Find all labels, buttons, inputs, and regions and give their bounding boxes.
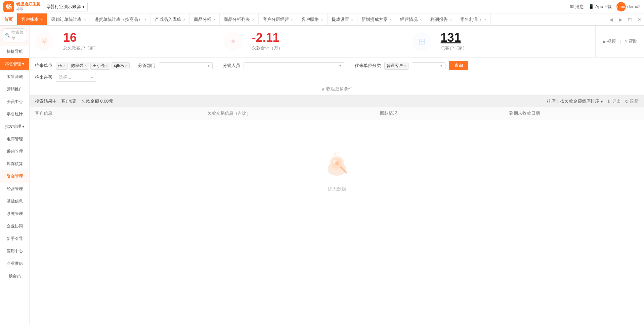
tab-operations[interactable]: 经营情况 ×: [396, 13, 426, 25]
empty-text: 暂无数据: [328, 186, 346, 192]
tab-purchase-order-stats-close[interactable]: ×: [84, 17, 86, 22]
tab-new-improve-plan-close[interactable]: ×: [390, 17, 392, 22]
message-btn[interactable]: ✉ 消息: [570, 4, 584, 10]
tab-profit-report-close[interactable]: ×: [450, 17, 452, 22]
nav-close-btn[interactable]: ✕: [635, 13, 644, 26]
tab-purchase-stats-by-product-close[interactable]: ×: [144, 17, 146, 22]
sidebar-item-member[interactable]: 会员中心: [0, 96, 29, 108]
tab-retail-profit-label: 零售利润（: [460, 16, 482, 23]
tab-accounts[interactable]: 客户账本 ×: [17, 13, 47, 25]
dept-more[interactable]: ...: [216, 63, 220, 68]
tab-accounts-close[interactable]: ×: [41, 17, 43, 22]
tab-profit-report[interactable]: 利润报告 ×: [426, 13, 456, 25]
unit-tag-cjttcw-close[interactable]: ×: [125, 64, 127, 68]
tab-product-inbound[interactable]: 产成品入库单 ×: [151, 13, 189, 25]
sidebar-item-ecommerce[interactable]: 电商管理: [0, 133, 29, 145]
refresh-button[interactable]: ↻ 刷新: [625, 98, 639, 104]
tab-improve-settings-close[interactable]: ×: [351, 17, 353, 22]
org-selector[interactable]: 母婴行业演示账套 ▾: [43, 2, 88, 11]
stat-debt-amount-number: -2.11: [252, 32, 397, 44]
tab-customer-tier-close[interactable]: ×: [291, 17, 293, 22]
sidebar-item-retail-mall[interactable]: 零售商城: [0, 71, 29, 83]
sidebar-item-enterprise-wechat[interactable]: 企业微信: [0, 257, 29, 270]
unit-tag-cjttcw-label: cjttcw: [114, 63, 124, 68]
unit-tag-wu-close[interactable]: ×: [63, 64, 65, 68]
unit-tag-wang-close[interactable]: ×: [106, 64, 108, 68]
unit-type-tag-normal[interactable]: 普通客户 ×: [384, 62, 408, 70]
tab-purchase-order-stats[interactable]: 采购订单统计表 ×: [47, 13, 90, 25]
sidebar-item-basic-info[interactable]: 基础信息: [0, 195, 29, 208]
help-icon: ?: [625, 39, 628, 44]
tab-operations-close[interactable]: ×: [420, 17, 422, 22]
tab-product-analysis-list-close[interactable]: ×: [252, 17, 254, 22]
sidebar-item-new-guide[interactable]: 新手引导: [0, 232, 29, 245]
tab-improve-settings[interactable]: 提成设置 ×: [328, 13, 357, 25]
sort-label: 排序：按欠款金额倒序排序: [547, 98, 599, 104]
tab-purchase-stats-by-product[interactable]: 进货单统计表（按商品） ×: [90, 13, 151, 25]
sidebar-search-input[interactable]: 🔍 搜索菜单: [2, 28, 27, 42]
video-label: 视频: [607, 38, 616, 44]
unit-tag-cjttcw[interactable]: cjttcw ×: [112, 62, 129, 69]
nav-prev-btn[interactable]: ◀: [606, 13, 616, 26]
balance-select[interactable]: 选择... ▾: [56, 73, 96, 82]
sidebar-item-system[interactable]: 系统管理: [0, 208, 29, 220]
stat-total-customers: ⊞ 131 总客户（家）: [407, 26, 596, 57]
main-layout: 🔍 搜索菜单 快捷导航 零售管理 ▾ 零售商城 营销推广 会员中心 零售统计 批…: [0, 26, 644, 325]
collapse-row: ∧ 收起更多条件: [35, 84, 639, 92]
sidebar-item-member-label: 会员中心: [7, 99, 23, 104]
unit-tag-wu[interactable]: 伍 ×: [56, 62, 68, 70]
unit-tag-wang[interactable]: 王小亮 ×: [90, 62, 110, 70]
query-button[interactable]: 查询: [449, 61, 468, 70]
unit-filter-label: 往来单位: [35, 63, 52, 69]
user-area[interactable]: demo2 demo2: [616, 2, 641, 11]
tab-customer-tier[interactable]: 客户分层经营 ×: [259, 13, 297, 25]
tab-product-analysis[interactable]: 商品分析 ×: [190, 13, 220, 25]
unit-more-tag[interactable]: ...: [131, 63, 135, 68]
sidebar-item-quick-nav[interactable]: 快捷导航: [0, 45, 29, 58]
collapse-icon: ∧: [321, 86, 325, 92]
tab-retail-profit-close[interactable]: ×: [484, 17, 486, 22]
person-select[interactable]: ▾: [244, 62, 344, 69]
sidebar-item-retail-stats[interactable]: 零售统计: [0, 108, 29, 120]
sidebar-item-membership[interactable]: 畅会员: [0, 270, 29, 282]
sidebar-item-wholesale[interactable]: 批发管理 ▾: [0, 120, 29, 133]
doc-help-btn[interactable]: ? 帮助: [625, 38, 637, 44]
tab-product-analysis-close[interactable]: ×: [213, 17, 215, 22]
sidebar-item-operations-mgmt[interactable]: 经营管理: [0, 183, 29, 195]
tab-improve-settings-label: 提成设置: [332, 16, 349, 23]
sidebar-item-finance[interactable]: 资金管理: [0, 170, 29, 183]
unit-tag-chen[interactable]: 陈民强 ×: [69, 62, 89, 70]
sidebar-item-marketing-label: 营销推广: [7, 87, 23, 92]
tab-customer-tier-label: 客户分层经营: [263, 16, 289, 23]
col-customer-info: 客户信息: [35, 110, 207, 116]
person-more[interactable]: ...: [348, 63, 351, 68]
stat-debt-customers: ¥ 16 总欠款客户（家）: [30, 26, 218, 57]
sort-selector[interactable]: 排序：按欠款金额倒序排序 ▾: [547, 98, 603, 104]
sidebar-item-purchase[interactable]: 采购管理: [0, 145, 29, 158]
unit-type-select[interactable]: ▾: [412, 62, 445, 69]
tab-product-analysis-list[interactable]: 商品分析列表 ×: [220, 13, 258, 25]
sidebar-item-retail[interactable]: 零售管理 ▾: [0, 58, 29, 71]
tab-customer-contact[interactable]: 客户联络 ×: [297, 13, 327, 25]
unit-tag-chen-close[interactable]: ×: [84, 64, 86, 68]
tab-new-improve-plan[interactable]: 新增提成方案 ×: [357, 13, 396, 25]
tab-home[interactable]: 首页: [0, 13, 17, 25]
sidebar-item-marketing[interactable]: 营销推广: [0, 83, 29, 96]
tab-product-inbound-close[interactable]: ×: [183, 17, 185, 22]
dept-select[interactable]: ▾: [159, 62, 213, 69]
export-button[interactable]: ⬇ 导出: [607, 98, 621, 104]
unit-type-tag-group: 普通客户 ×: [384, 62, 408, 70]
avatar: demo2: [616, 2, 626, 11]
tab-customer-contact-close[interactable]: ×: [321, 17, 323, 22]
nav-next-btn[interactable]: ▶: [616, 13, 625, 26]
sidebar-item-app-center[interactable]: 应用中心: [0, 245, 29, 257]
tab-purchase-order-stats-label: 采购订单统计表: [51, 16, 82, 23]
sidebar-item-enterprise-collab[interactable]: 企业协同: [0, 220, 29, 232]
video-help-btn[interactable]: ▶ 视频: [603, 38, 616, 44]
sidebar-item-inventory[interactable]: 库存核算: [0, 158, 29, 170]
nav-restore-btn[interactable]: ⊡: [625, 13, 635, 26]
collapse-button[interactable]: ∧ 收起更多条件: [321, 86, 352, 92]
app-download-btn[interactable]: 📱 App下载: [589, 4, 612, 10]
unit-type-tag-normal-close[interactable]: ×: [404, 64, 406, 68]
tab-retail-profit[interactable]: 零售利润（ ×: [456, 13, 490, 25]
